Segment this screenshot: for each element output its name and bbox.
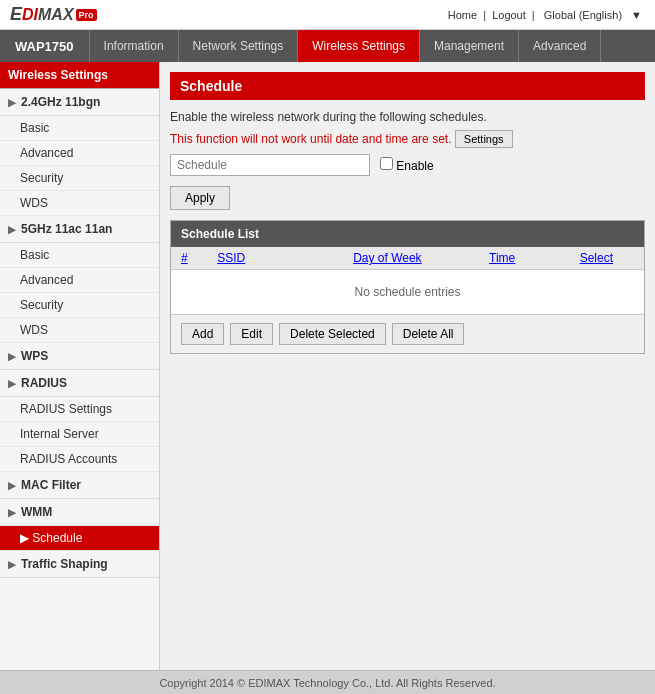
sidebar-section-label-wps: WPS [21,349,48,363]
arrow-icon-radius: ▶ [8,378,16,389]
nav-brand: WAP1750 [0,30,90,62]
arrow-icon-traffic: ▶ [8,559,16,570]
col-select[interactable]: Select [580,251,634,265]
sidebar-item-basic-5g[interactable]: Basic [0,243,159,268]
sidebar: Wireless Settings ▶ 2.4GHz 11bgn Basic A… [0,62,160,670]
arrow-icon-wmm: ▶ [8,507,16,518]
sidebar-section-label-mac: MAC Filter [21,478,81,492]
sidebar-item-schedule[interactable]: ▶ Schedule [0,526,159,551]
copyright-text: Copyright 2014 © EDIMAX Technology Co., … [159,677,495,689]
edit-button[interactable]: Edit [230,323,273,345]
sidebar-item-security-5g[interactable]: Security [0,293,159,318]
schedule-table: Schedule List # SSID Day of Week Time Se… [170,220,645,354]
nav-item-wireless-settings[interactable]: Wireless Settings [298,30,420,62]
delete-selected-button[interactable]: Delete Selected [279,323,386,345]
sidebar-section-wps[interactable]: ▶ WPS [0,343,159,370]
main-layout: Wireless Settings ▶ 2.4GHz 11bgn Basic A… [0,62,655,670]
col-hash[interactable]: # [181,251,217,265]
arrow-icon: ▶ [8,97,16,108]
table-header: Schedule List [171,221,644,247]
sidebar-section-mac-filter[interactable]: ▶ MAC Filter [0,472,159,499]
sidebar-item-wds-5g[interactable]: WDS [0,318,159,343]
arrow-icon-wps: ▶ [8,351,16,362]
schedule-input[interactable] [170,154,370,176]
col-ssid[interactable]: SSID [217,251,353,265]
nav-item-advanced[interactable]: Advanced [519,30,601,62]
sidebar-section-2ghz[interactable]: ▶ 2.4GHz 11bgn [0,89,159,116]
footer: Copyright 2014 © EDIMAX Technology Co., … [0,670,655,694]
nav-item-information[interactable]: Information [90,30,179,62]
content-header: Schedule [170,72,645,100]
sidebar-section-wmm[interactable]: ▶ WMM [0,499,159,526]
arrow-icon-5g: ▶ [8,224,16,235]
sidebar-item-radius-accounts[interactable]: RADIUS Accounts [0,447,159,472]
sidebar-item-internal-server[interactable]: Internal Server [0,422,159,447]
sidebar-item-advanced-2g[interactable]: Advanced [0,141,159,166]
nav-items: Information Network Settings Wireless Se… [90,30,602,62]
sidebar-section-label-radius: RADIUS [21,376,67,390]
sidebar-section-label-traffic: Traffic Shaping [21,557,108,571]
col-day[interactable]: Day of Week [353,251,489,265]
settings-button[interactable]: Settings [455,130,513,148]
sidebar-item-advanced-5g[interactable]: Advanced [0,268,159,293]
sidebar-section-5ghz[interactable]: ▶ 5GHz 11ac 11an [0,216,159,243]
add-button[interactable]: Add [181,323,224,345]
no-entries-message: No schedule entries [171,270,644,314]
table-columns: # SSID Day of Week Time Select [171,247,644,270]
top-links: Home | Logout | Global (English) ▼ [448,9,645,21]
warning-text: This function will not work until date a… [170,130,645,148]
arrow-icon-mac: ▶ [8,480,16,491]
sidebar-section-label: 2.4GHz 11bgn [21,95,100,109]
sidebar-section-radius[interactable]: ▶ RADIUS [0,370,159,397]
sidebar-item-basic-2g[interactable]: Basic [0,116,159,141]
sidebar-item-wds-2g[interactable]: WDS [0,191,159,216]
logout-link[interactable]: Logout [492,9,526,21]
dropdown-icon: ▼ [631,9,642,21]
col-time[interactable]: Time [489,251,580,265]
arrow-icon-schedule: ▶ [20,531,29,545]
sidebar-title: Wireless Settings [0,62,159,89]
language-selector[interactable]: Global (English) [544,9,622,21]
nav-item-management[interactable]: Management [420,30,519,62]
sidebar-section-traffic[interactable]: ▶ Traffic Shaping [0,551,159,578]
enable-checkbox-label: Enable [380,157,434,173]
table-actions: Add Edit Delete Selected Delete All [171,314,644,353]
sidebar-section-label-5g: 5GHz 11ac 11an [21,222,112,236]
sidebar-section-label-wmm: WMM [21,505,52,519]
schedule-row: Enable [170,154,645,176]
nav-bar: WAP1750 Information Network Settings Wir… [0,30,655,62]
delete-all-button[interactable]: Delete All [392,323,465,345]
sidebar-item-radius-settings[interactable]: RADIUS Settings [0,397,159,422]
info-text: Enable the wireless network during the f… [170,110,645,124]
home-link[interactable]: Home [448,9,477,21]
logo: EDIMAXPro [10,4,97,25]
content-area: Schedule Enable the wireless network dur… [160,62,655,670]
nav-item-network-settings[interactable]: Network Settings [179,30,299,62]
enable-checkbox[interactable] [380,157,393,170]
top-bar: EDIMAXPro Home | Logout | Global (Englis… [0,0,655,30]
sidebar-item-security-2g[interactable]: Security [0,166,159,191]
apply-button[interactable]: Apply [170,186,230,210]
